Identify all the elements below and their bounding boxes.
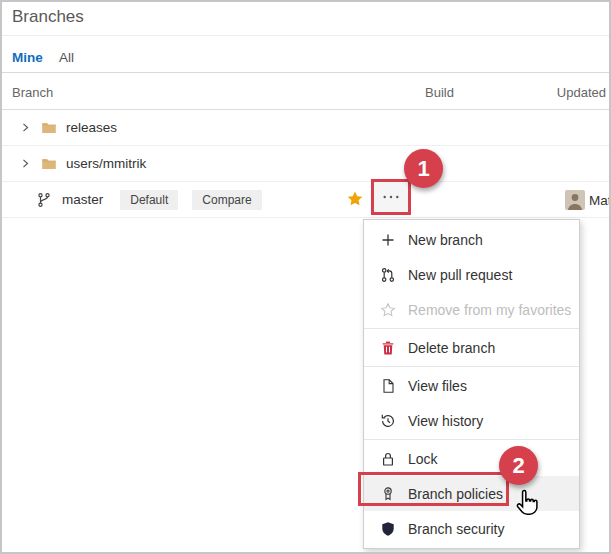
folder-icon	[41, 120, 57, 136]
tab-mine[interactable]: Mine	[12, 50, 43, 65]
git-branch-icon	[36, 192, 52, 208]
page-title: Branches	[12, 7, 84, 27]
annotation-step-2: 2	[499, 446, 538, 485]
history-icon	[380, 413, 396, 429]
menu-item-delete-branch[interactable]: Delete branch	[364, 330, 579, 365]
menu-item-new-pull-request[interactable]: New pull request	[364, 257, 579, 292]
menu-separator	[364, 328, 579, 329]
policy-ribbon-icon	[380, 486, 396, 502]
menu-item-label: New pull request	[408, 267, 512, 283]
avatar	[565, 190, 585, 210]
column-header-build: Build	[425, 85, 454, 100]
menu-item-branch-policies[interactable]: Branch policies	[364, 476, 579, 511]
compare-badge[interactable]: Compare	[192, 190, 261, 210]
menu-item-new-branch[interactable]: New branch	[364, 222, 579, 257]
menu-item-view-files[interactable]: View files	[364, 368, 579, 403]
trash-icon	[380, 340, 396, 356]
branch-context-menu: New branch New pull request Remove from …	[363, 219, 580, 549]
branches-page: Branches Mine All Branch Build Updated r…	[0, 0, 611, 554]
hand-cursor-icon	[513, 488, 541, 521]
menu-item-label: New branch	[408, 232, 483, 248]
menu-item-branch-security[interactable]: Branch security	[364, 511, 579, 546]
menu-item-view-history[interactable]: View history	[364, 403, 579, 438]
shield-icon	[380, 521, 396, 537]
menu-item-label: Remove from my favorites	[408, 302, 571, 318]
menu-item-label: View history	[408, 413, 483, 429]
table-row-users-mmitrik[interactable]: users/mmitrik	[2, 146, 609, 182]
folder-icon	[41, 156, 57, 172]
menu-item-lock[interactable]: Lock	[364, 441, 579, 476]
menu-separator	[364, 366, 579, 367]
pull-request-icon	[380, 267, 396, 283]
updated-by-name[interactable]: Matt	[589, 193, 611, 208]
menu-item-label: Branch policies	[408, 486, 503, 502]
chevron-right-icon[interactable]	[19, 121, 32, 134]
title-divider	[2, 35, 609, 36]
column-header-branch: Branch	[12, 85, 53, 100]
plus-icon	[380, 232, 396, 248]
folder-name[interactable]: users/mmitrik	[66, 156, 146, 171]
tab-all[interactable]: All	[59, 50, 74, 65]
table-row-releases[interactable]: releases	[2, 110, 609, 146]
file-icon	[380, 378, 396, 394]
chevron-right-icon[interactable]	[19, 157, 32, 170]
menu-separator	[364, 439, 579, 440]
favorite-star-icon[interactable]	[346, 190, 364, 208]
tabbar-divider	[2, 72, 609, 73]
annotation-step-1: 1	[404, 149, 443, 188]
folder-name[interactable]: releases	[66, 120, 117, 135]
branch-name[interactable]: master	[62, 192, 103, 207]
menu-item-label: Delete branch	[408, 340, 495, 356]
menu-item-label: View files	[408, 378, 467, 394]
table-row-master[interactable]: master Default Compare	[2, 182, 609, 218]
annotation-box-1	[371, 179, 411, 215]
default-badge: Default	[120, 190, 178, 210]
more-actions-icon[interactable]	[382, 193, 400, 201]
column-header-updated: Updated	[557, 85, 606, 100]
menu-item-label: Branch security	[408, 521, 504, 537]
menu-item-remove-favorites: Remove from my favorites	[364, 292, 579, 327]
star-outline-icon	[380, 302, 396, 318]
lock-icon	[380, 451, 396, 467]
menu-item-label: Lock	[408, 451, 438, 467]
